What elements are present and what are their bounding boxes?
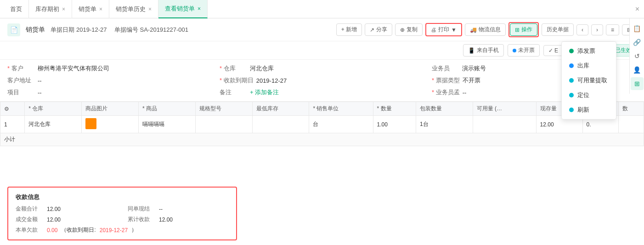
confirm-button[interactable]: ✓ E <box>543 45 563 56</box>
row-product: 嗝嗝嗝嗝 <box>139 116 196 133</box>
print-dropdown-arrow: ▼ <box>451 27 457 33</box>
next-button[interactable]: › <box>591 24 603 35</box>
tab-view-sales[interactable]: 查看销货单 × <box>158 0 208 18</box>
owe-note: （收款到期日: <box>61 226 96 234</box>
new-button[interactable]: + 新增 <box>336 23 362 36</box>
dropdown-refresh[interactable]: 刷新 <box>562 103 616 117</box>
col-available: 可用量 (… <box>473 102 536 116</box>
from-phone-button[interactable]: 📱 来自手机 <box>463 44 504 57</box>
form-section: 客户 柳州粤港平安气体有限公司 仓库 河北仓库 业务员 演示账号 客户地址 --… <box>0 60 644 102</box>
customer-value: 柳州粤港平安气体有限公司 <box>38 64 109 73</box>
row-unit: 台 <box>309 116 373 133</box>
address-label: 客户地址 <box>7 76 35 85</box>
share-icon: ↗ <box>370 27 374 33</box>
tab-bar: 首页 库存期初 × 销货单 × 销货单历史 × 查看销货单 × × <box>0 0 644 18</box>
ops-grid-icon: ⊞ <box>515 27 520 33</box>
dropdown-ship-out[interactable]: 出库 <box>562 58 616 73</box>
sidebar-icon-refresh[interactable]: ↺ <box>631 50 644 63</box>
share-button[interactable]: ↗ 分享 <box>365 23 392 36</box>
doc-icon: 📄 <box>7 23 20 36</box>
customer-field: 客户 柳州粤港平安气体有限公司 <box>7 64 212 73</box>
same-order-item: 同单现结 -- <box>128 205 229 213</box>
main-content: 📄 销货单 单据日期 2019-12-27 单据编号 SA-20191227-0… <box>0 18 644 245</box>
print-button[interactable]: 🖨 打印 ▼ <box>425 23 462 36</box>
dropdown-available-extract[interactable]: 可用量提取 <box>562 73 616 88</box>
add-invoice-dot-icon <box>569 49 574 53</box>
tab-home[interactable]: 首页 <box>4 0 29 18</box>
warehouse-label: 仓库 <box>220 64 247 73</box>
due-date-label: 收款到期日 <box>220 76 254 85</box>
ticket-label: 票据类型 <box>432 76 460 85</box>
available-dot-icon <box>569 78 574 83</box>
ops-dropdown-menu: 添发票 出库 可用量提取 定位 刷新 <box>561 41 616 120</box>
note-label: 备注 <box>220 88 247 97</box>
col-img: 商品图片 <box>82 102 139 116</box>
tab-sales-history[interactable]: 销货单历史 × <box>109 0 158 18</box>
owe-label: 本单欠款 <box>16 226 43 234</box>
logistics-icon: 🚚 <box>470 27 477 33</box>
sales-label: 业务员孟 <box>432 88 460 97</box>
tab-inventory-initial[interactable]: 库存期初 × <box>29 0 72 18</box>
project-field: 项目 -- <box>7 88 212 97</box>
col-pkg-qty: 包装数量 <box>416 102 473 116</box>
staff-value: 演示账号 <box>462 64 486 73</box>
row-img <box>82 116 139 133</box>
sidebar-icon-expand[interactable]: ⊞ <box>631 77 644 90</box>
col-settings[interactable]: ⚙ <box>0 102 25 116</box>
deal-amount-item: 成交金额 12.00 <box>16 216 117 223</box>
add-note-button[interactable]: + 添加备注 <box>250 88 279 97</box>
table-row: 1 河北仓库 嗝嗝嗝嗝 台 1.00 1台 12.00 0. <box>0 116 644 133</box>
owe-value: 0.00 <box>47 227 57 234</box>
doc-header: 📄 销货单 单据日期 2019-12-27 单据编号 SA-20191227-0… <box>0 18 644 41</box>
copy-icon: ⊕ <box>400 27 405 33</box>
tab-close-history[interactable]: × <box>148 6 152 12</box>
logistics-button[interactable]: 🚚 物流信息 <box>465 23 506 36</box>
owe-item: 本单欠款 0.00 （收款到期日: 2019-12-27 ） <box>16 226 229 234</box>
owe-date: 2019-12-27 <box>100 227 128 234</box>
row-qty: 1.00 <box>373 116 416 133</box>
customer-label: 客户 <box>7 64 35 73</box>
col-qty: * 数量 <box>373 102 416 116</box>
address-field: 客户地址 -- <box>7 76 212 85</box>
sidebar-icon-notes[interactable]: 📋 <box>631 22 644 35</box>
print-icon: 🖨 <box>431 27 436 33</box>
refresh-dot-icon <box>569 108 574 112</box>
tab-close-view[interactable]: × <box>198 6 201 12</box>
owe-note-end: ） <box>131 226 137 234</box>
same-order-label: 同单现结 <box>128 205 155 213</box>
total-value: 12.00 <box>47 206 61 212</box>
cumulative-value: 12.00 <box>159 217 173 223</box>
note-field: 备注 + 添加备注 <box>220 88 424 97</box>
col-spec: 规格型号 <box>195 102 252 116</box>
subtotal-label: 小计 <box>0 133 644 146</box>
cumulative-item: 累计收款 12.00 <box>128 216 229 223</box>
action-row: 📱 来自手机 未开票 ✓ E ✓ 已核销 ✓ 已生效 <box>0 41 644 60</box>
row-spec <box>195 116 252 133</box>
view1-button[interactable]: ≡ <box>606 24 619 35</box>
dropdown-locate[interactable]: 定位 <box>562 88 616 103</box>
table-section: ⚙ * 仓库 商品图片 * 商品 规格型号 最低库存 * 销售单位 * 数量 包… <box>0 102 644 182</box>
tab-close-inventory[interactable]: × <box>62 6 65 12</box>
sidebar-icon-user[interactable]: 👤 <box>631 63 644 76</box>
prev-button[interactable]: ‹ <box>576 24 588 35</box>
row-min-stock <box>252 116 309 133</box>
col-amount: 数 <box>618 102 644 116</box>
ops-button[interactable]: ⊞ 操作 <box>510 23 537 36</box>
payment-title: 收款信息 <box>16 193 229 201</box>
doc-meta: 单据日期 2019-12-27 单据编号 SA-20191227-001 <box>51 26 188 34</box>
row-warehouse: 河北仓库 <box>25 116 82 133</box>
copy-button[interactable]: ⊕ 复制 <box>395 23 423 36</box>
cumulative-label: 累计收款 <box>128 216 155 223</box>
dropdown-add-invoice[interactable]: 添发票 <box>562 44 616 58</box>
warehouse-value: 河北仓库 <box>250 64 274 73</box>
row-available <box>473 116 536 133</box>
history-button[interactable]: 历史单据 <box>542 23 574 36</box>
ship-out-dot-icon <box>569 63 574 68</box>
col-unit: * 销售单位 <box>309 102 373 116</box>
not-open-button[interactable]: 未开票 <box>508 44 540 57</box>
window-close-button[interactable]: × <box>635 5 639 13</box>
product-image <box>85 118 96 129</box>
tab-close-sales[interactable]: × <box>99 6 102 12</box>
sidebar-icon-link[interactable]: 🔗 <box>631 36 644 49</box>
tab-sales-order[interactable]: 销货单 × <box>72 0 109 18</box>
